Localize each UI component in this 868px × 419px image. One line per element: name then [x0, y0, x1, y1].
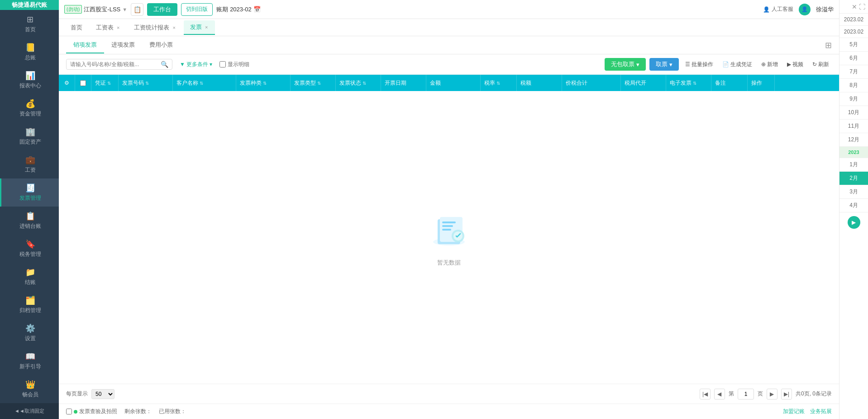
col-open-date[interactable]: 开票日期 — [381, 75, 426, 91]
sidebar-item-fund[interactable]: 💰 资金管理 — [0, 94, 59, 122]
col-customer[interactable]: 客户名称 ⇅ — [173, 75, 236, 91]
show-detail-checkbox-label[interactable]: 显示明细 — [219, 61, 249, 68]
search-icon[interactable]: 🔍 — [157, 61, 172, 68]
date-item-7[interactable]: 7月 — [839, 65, 868, 79]
date-item-5[interactable]: 5月 — [839, 38, 868, 52]
new-btn[interactable]: ⊕ 新增 — [758, 59, 781, 70]
page-label-2: 页 — [758, 390, 763, 398]
search-input[interactable] — [67, 59, 157, 69]
date-item-10[interactable]: 10月 — [839, 106, 868, 120]
col-voucher[interactable]: 凭证 ⇅ — [91, 75, 119, 91]
batch-op-btn[interactable]: ☰ 批量操作 — [682, 59, 716, 70]
show-detail-checkbox[interactable] — [219, 61, 226, 67]
refresh-btn[interactable]: ↻ 刷新 — [810, 59, 832, 70]
sidebar-item-settings[interactable]: ⚙️ 设置 — [0, 319, 59, 347]
col-invoice-category[interactable]: 发票类型 ⇅ — [291, 75, 336, 91]
grid-header: ⚙ 凭证 ⇅ 发票号码 ⇅ 客户名称 ⇅ 发票种类 — [59, 75, 839, 91]
invoice-category-sort-icon: ⇅ — [317, 81, 321, 86]
username-display[interactable]: 徐溢华 — [816, 5, 834, 14]
per-page-label: 每页显示 — [66, 390, 88, 398]
date-item-2023-1[interactable]: 1月 — [839, 158, 868, 172]
sidebar-item-fixed-assets[interactable]: 🏢 固定资产 — [0, 122, 59, 150]
sub-tab-expense[interactable]: 费用小票 — [142, 37, 180, 53]
date-panel-expand-icon[interactable]: ⛶ — [859, 3, 865, 10]
empty-illustration — [426, 208, 472, 253]
prev-page-btn[interactable]: ◀ — [714, 389, 725, 400]
col-settings[interactable]: ⚙ — [59, 75, 75, 91]
date-item-8[interactable]: 8月 — [839, 79, 868, 92]
sidebar-item-archive[interactable]: 🗂️ 归档管理 — [0, 291, 59, 319]
tab-invoice[interactable]: 发票 × — [184, 20, 215, 35]
video-btn[interactable]: ▶ 视频 — [784, 59, 806, 70]
col-tax-rate[interactable]: 税率 ⇅ — [481, 75, 517, 91]
date-item-2023-3[interactable]: 3月 — [839, 185, 868, 199]
sidebar-item-tax[interactable]: 🔖 税务管理 — [0, 235, 59, 263]
filter-btn[interactable]: ▼ 更多条件 ▾ — [176, 59, 216, 70]
company-selector[interactable]: (勿动) 江西股宝-LSS ▼ — [64, 5, 127, 14]
ledger-icon: 📒 — [25, 43, 35, 53]
sidebar-collapse-btn[interactable]: ◄◄取消固定 — [0, 403, 59, 419]
date-item-2023-2[interactable]: 2月 — [839, 172, 868, 185]
take-btn[interactable]: 取票 ▾ — [649, 58, 679, 71]
grid-container: ⚙ 凭证 ⇅ 发票号码 ⇅ 客户名称 ⇅ 发票种类 — [59, 75, 839, 384]
expand-link[interactable]: 业务拓展 — [810, 408, 832, 415]
sidebar-item-home[interactable]: ⊞ 首页 — [0, 10, 59, 38]
toggle-icon: ▶ — [852, 219, 856, 226]
first-page-btn[interactable]: |◀ — [700, 389, 711, 400]
sidebar-item-guide[interactable]: 📖 新手引导 — [0, 347, 59, 375]
date-panel-close-icon[interactable]: ✕ — [852, 3, 857, 10]
tab-invoice-close[interactable]: × — [204, 24, 209, 30]
date-item-12[interactable]: 12月 — [839, 133, 868, 147]
col-tax[interactable]: 税额 — [517, 75, 562, 91]
workbench-btn[interactable]: 工作台 — [147, 3, 177, 16]
last-page-btn[interactable]: ▶| — [781, 389, 792, 400]
select-all-checkbox[interactable] — [80, 80, 86, 86]
date-item-2023-02-2[interactable]: 2023.02 — [839, 26, 868, 38]
col-invoice-type[interactable]: 发票种类 ⇅ — [236, 75, 291, 91]
customer-service-btn[interactable]: 👤 人工客服 — [763, 5, 793, 13]
old-version-btn[interactable]: 切到旧版 — [181, 3, 213, 16]
col-tax-code[interactable]: 税局代开 — [621, 75, 666, 91]
sidebar-item-close[interactable]: 📁 结账 — [0, 263, 59, 291]
join-link[interactable]: 加盟记账 — [783, 408, 805, 415]
col-remark[interactable]: 备注 — [711, 75, 748, 91]
col-checkbox[interactable] — [75, 75, 91, 91]
batch-icon: ☰ — [685, 61, 690, 67]
per-page-select[interactable]: 10 20 50 100 — [91, 389, 114, 399]
date-item-6[interactable]: 6月 — [839, 52, 868, 65]
tab-salary-stats[interactable]: 工资统计报表 × — [128, 21, 182, 34]
verify-checkbox[interactable] — [66, 409, 72, 414]
date-item-2023-02-1[interactable]: 2023.02 — [839, 14, 868, 26]
date-item-9[interactable]: 9月 — [839, 92, 868, 106]
company-tag: (勿动) — [64, 5, 82, 14]
sidebar-item-sales-ledger[interactable]: 📋 进销台账 — [0, 207, 59, 235]
grid-view-icon[interactable]: ⊞ — [825, 40, 832, 50]
col-amount[interactable]: 金额 — [426, 75, 481, 91]
col-invoice-num[interactable]: 发票号码 ⇅ — [119, 75, 173, 91]
date-item-11[interactable]: 11月 — [839, 120, 868, 133]
sidebar-item-label: 总账 — [25, 54, 36, 62]
tab-salary[interactable]: 工资表 × — [90, 21, 127, 34]
col-e-invoice[interactable]: 电子发票 ⇅ — [666, 75, 711, 91]
date-item-2023-4[interactable]: 4月 — [839, 199, 868, 212]
next-page-btn[interactable]: ▶ — [767, 389, 777, 400]
col-operation[interactable]: 操作 — [748, 75, 775, 91]
tab-salary-stats-close[interactable]: × — [172, 25, 176, 30]
sub-tab-purchase[interactable]: 进项发票 — [104, 37, 142, 53]
col-invoice-status[interactable]: 发票状态 ⇅ — [336, 75, 381, 91]
tab-salary-close[interactable]: × — [116, 25, 120, 30]
sidebar-item-invoice[interactable]: 🧾 发票管理 — [0, 178, 59, 207]
col-total[interactable]: 价税合计 — [562, 75, 621, 91]
date-panel-toggle-btn[interactable]: ▶ — [848, 216, 860, 229]
sub-tab-sales[interactable]: 销项发票 — [66, 37, 104, 53]
generate-voucher-btn[interactable]: 📄 生成凭证 — [720, 59, 755, 70]
tab-home[interactable]: 首页 — [64, 21, 89, 34]
user-avatar[interactable]: 👤 — [799, 4, 811, 15]
sidebar-item-reports[interactable]: 📊 报表中心 — [0, 66, 59, 94]
copy-btn[interactable]: 📋 — [131, 3, 143, 16]
sidebar-item-salary[interactable]: 💼 工资 — [0, 150, 59, 178]
page-input[interactable] — [738, 389, 754, 400]
no-take-btn[interactable]: 无包取票 ▾ — [605, 58, 646, 71]
sidebar-item-member[interactable]: 👑 畅会员 — [0, 375, 59, 403]
sidebar-item-general-ledger[interactable]: 📒 总账 — [0, 38, 59, 66]
